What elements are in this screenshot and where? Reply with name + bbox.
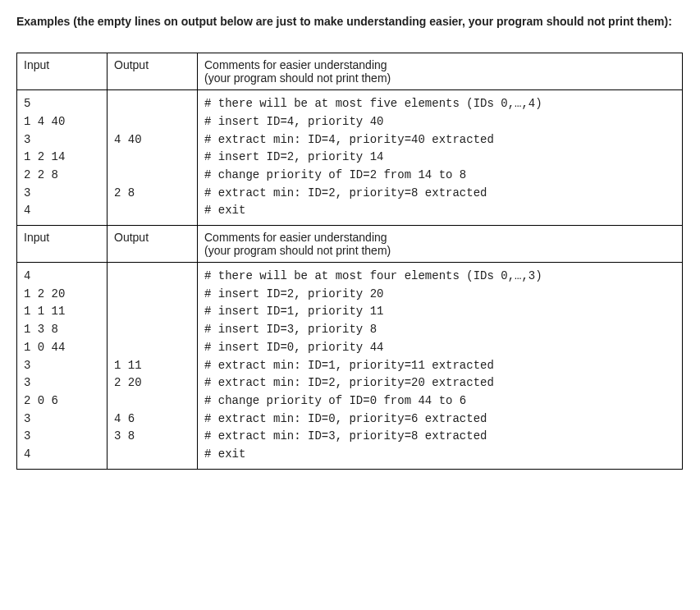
examples-table: Input Output Comments for easier underst… xyxy=(16,53,683,469)
input-text: 4 1 2 20 1 1 11 1 3 8 1 0 44 3 3 2 0 6 3… xyxy=(24,268,100,464)
col-header-comments: Comments for easier understanding (your … xyxy=(198,226,683,263)
col-header-comments: Comments for easier understanding (your … xyxy=(198,53,683,90)
label-input: Input xyxy=(24,231,49,244)
input-text: 5 1 4 40 3 1 2 14 2 2 8 3 4 xyxy=(24,95,100,220)
col-header-input: Input xyxy=(17,53,108,90)
label-output: Output xyxy=(114,58,149,71)
example-comments: # there will be at most four elements (I… xyxy=(198,263,683,470)
label-input: Input xyxy=(24,58,49,71)
label-output: Output xyxy=(114,231,149,244)
example-output: 4 40 2 8 xyxy=(108,90,198,226)
example-output: 1 11 2 20 4 6 3 8 xyxy=(108,263,198,470)
col-header-input: Input xyxy=(17,226,108,263)
label-comments-sub: (your program should not print them) xyxy=(204,71,391,85)
label-comments: Comments for easier understanding xyxy=(204,231,387,244)
output-text: 4 40 2 8 xyxy=(114,95,190,202)
example-input: 4 1 2 20 1 1 11 1 3 8 1 0 44 3 3 2 0 6 3… xyxy=(17,263,108,470)
example-comments: # there will be at most five elements (I… xyxy=(198,90,683,226)
label-comments-sub: (your program should not print them) xyxy=(204,244,391,257)
examples-heading: Examples (the empty lines on output belo… xyxy=(16,13,684,30)
col-header-output: Output xyxy=(108,226,198,263)
col-header-output: Output xyxy=(108,53,198,90)
example-block: Input Output Comments for easier underst… xyxy=(17,53,683,226)
label-comments: Comments for easier understanding xyxy=(204,58,387,71)
example-block: Input Output Comments for easier underst… xyxy=(17,226,683,470)
output-text: 1 11 2 20 4 6 3 8 xyxy=(114,268,190,446)
comments-text: # there will be at most five elements (I… xyxy=(204,95,675,220)
comments-text: # there will be at most four elements (I… xyxy=(204,268,675,464)
example-input: 5 1 4 40 3 1 2 14 2 2 8 3 4 xyxy=(17,90,108,226)
